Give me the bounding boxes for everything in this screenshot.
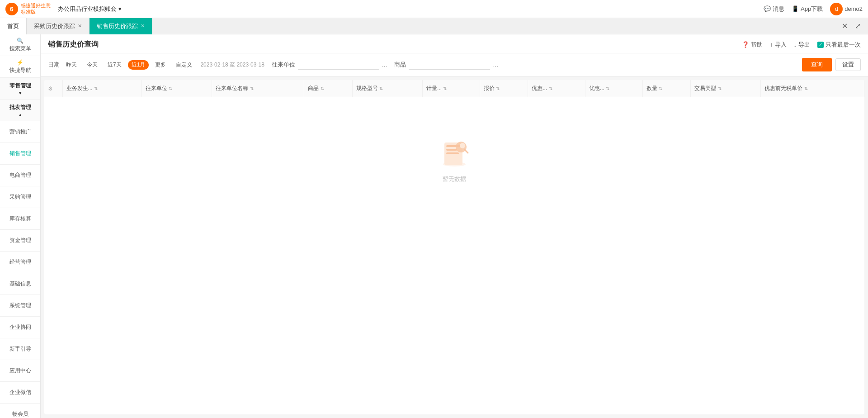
th-partner-name[interactable]: 往来单位名称 ⇅ (212, 80, 304, 97)
sort-icon: ⇅ (606, 86, 609, 91)
sidebar-item-sales-mgmt[interactable]: 销售管理 (0, 143, 40, 165)
main-layout: 🔍 搜索菜单 ⚡ 快捷导航 零售管理 ▾ 批发管理 ▴ 营销推广 销售管理 电商… (0, 34, 868, 418)
sort-icon: ⇅ (443, 86, 447, 91)
sidebar-item-app-center[interactable]: 应用中心 (0, 360, 40, 382)
sort-icon: ⇅ (379, 86, 383, 91)
sidebar-purchase-label: 采购管理 (9, 193, 31, 201)
sidebar-item-basic[interactable]: 基础信息 (0, 273, 40, 295)
sort-icon: ⇅ (659, 86, 662, 91)
partner-dots[interactable]: ... (382, 61, 387, 68)
app-selector[interactable]: 办公用品行业模拟账套 ▾ (54, 3, 125, 15)
help-btn[interactable]: ❓ 帮助 (742, 41, 763, 49)
th-discount1-label: 优惠... (532, 85, 547, 91)
tab-purchase-label: 采购历史价跟踪 (34, 22, 75, 30)
tab-sales[interactable]: 销售历史价跟踪 ✕ (90, 18, 152, 34)
filter-bar: 日期 昨天 今天 近7天 近1月 更多 自定义 2023-02-18 至 202… (41, 53, 868, 76)
date-today-btn[interactable]: 今天 (83, 60, 101, 70)
sidebar-item-ecommerce[interactable]: 电商管理 (0, 165, 40, 186)
th-partner-code[interactable]: 往来单位 ⇅ (142, 80, 212, 97)
table-settings-th[interactable]: ⚙ (44, 80, 62, 97)
download-btn[interactable]: 📱 App下载 (792, 5, 823, 13)
tab-purchase-close[interactable]: ✕ (78, 23, 82, 29)
sidebar-item-wholesale[interactable]: 批发管理 ▴ (0, 100, 40, 121)
date-7days-btn[interactable]: 近7天 (104, 60, 125, 70)
empty-text: 暂无数据 (443, 175, 466, 183)
sidebar-item-search[interactable]: 🔍 搜索菜单 (0, 34, 40, 56)
th-pretax-price[interactable]: 优惠前无税单价 ⇅ (761, 80, 864, 97)
date-yesterday-btn[interactable]: 昨天 (62, 60, 80, 70)
sidebar-item-collab[interactable]: 企业协同 (0, 317, 40, 338)
sidebar-retail-label: 零售管理 (9, 82, 31, 90)
sidebar-item-marketing[interactable]: 营销推广 (0, 121, 40, 143)
import-btn[interactable]: ↑ 导入 (770, 41, 787, 49)
empty-state-cell: 暂无数据 (44, 97, 864, 220)
sidebar-item-finance[interactable]: 资金管理 (0, 230, 40, 252)
settings-btn[interactable]: 设置 (835, 58, 861, 71)
th-date-label: 业务发生... (66, 85, 93, 91)
page-header: 销售历史价查询 ❓ 帮助 ↑ 导入 ↓ 导出 ✓ 只看最后一次 (41, 34, 868, 53)
th-spec[interactable]: 规格型号 ⇅ (352, 80, 422, 97)
date-1month-btn[interactable]: 近1月 (128, 60, 149, 70)
sidebar-item-quick[interactable]: ⚡ 快捷导航 (0, 56, 40, 78)
date-custom-btn[interactable]: 自定义 (172, 60, 196, 70)
export-btn[interactable]: ↓ 导出 (794, 41, 811, 49)
username-label: demo2 (844, 5, 863, 12)
partner-input[interactable] (298, 60, 379, 70)
tab-home[interactable]: 首页 (0, 18, 27, 34)
th-trade-type-label: 交易类型 (694, 85, 716, 91)
th-partner-name-label: 往来单位名称 (216, 85, 248, 91)
page-actions: ❓ 帮助 ↑ 导入 ↓ 导出 ✓ 只看最后一次 (742, 41, 861, 49)
download-label: App下载 (801, 5, 823, 13)
product-filter-group: 商品 ... (394, 60, 498, 70)
user-btn[interactable]: d demo2 (830, 3, 863, 15)
download-icon: 📱 (792, 5, 799, 12)
chevron-down-icon: ▾ (19, 90, 21, 95)
logo-area: 6 畅捷通好生意 标准版 (5, 3, 51, 15)
logo-name: 畅捷通好生意 (21, 3, 51, 9)
product-dots[interactable]: ... (493, 61, 498, 68)
th-qty-label: 数量 (646, 85, 657, 91)
sidebar-item-inventory[interactable]: 库存核算 (0, 208, 40, 230)
product-input[interactable] (409, 60, 490, 70)
th-discount2[interactable]: 优惠... ⇅ (585, 80, 643, 97)
sidebar-item-guide[interactable]: 新手引导 (0, 338, 40, 360)
query-btn[interactable]: 查询 (802, 58, 832, 71)
th-price[interactable]: 报价 ⇅ (480, 80, 528, 97)
sidebar-app-center-label: 应用中心 (9, 367, 31, 375)
th-qty[interactable]: 数量 ⇅ (642, 80, 690, 97)
tab-sales-close[interactable]: ✕ (141, 23, 145, 29)
only-last-checkbox[interactable]: ✓ (817, 42, 824, 48)
logo-icon: 6 (5, 3, 18, 15)
search-icon: 🔍 (17, 38, 24, 44)
sidebar-item-system[interactable]: 系统管理 (0, 295, 40, 317)
sidebar-member-label: 畅会员 (12, 410, 28, 418)
th-date[interactable]: 业务发生... ⇅ (62, 80, 142, 97)
tabbar: 首页 采购历史价跟踪 ✕ 销售历史价跟踪 ✕ ✕ ⤢ (0, 18, 868, 34)
th-unit-label: 计量... (426, 85, 442, 91)
th-trade-type[interactable]: 交易类型 ⇅ (691, 80, 761, 97)
message-btn[interactable]: 💬 消息 (764, 5, 784, 13)
export-label: 导出 (798, 41, 810, 49)
sidebar-item-purchase[interactable]: 采购管理 (0, 186, 40, 208)
only-last-checkbox-label[interactable]: ✓ 只看最后一次 (817, 41, 861, 49)
th-pretax-price-label: 优惠前无税单价 (764, 85, 802, 91)
sidebar-item-wechat[interactable]: 企业微信 (0, 382, 40, 404)
sidebar-collab-label: 企业协同 (9, 323, 31, 331)
tab-purchase[interactable]: 采购历史价跟踪 ✕ (27, 18, 90, 34)
topbar-right: 💬 消息 📱 App下载 d demo2 (764, 3, 863, 15)
sidebar-guide-label: 新手引导 (9, 345, 31, 353)
sidebar-item-retail[interactable]: 零售管理 ▾ (0, 78, 40, 100)
date-more-btn[interactable]: 更多 (151, 60, 170, 70)
th-product[interactable]: 商品 ⇅ (304, 80, 352, 97)
sidebar-wechat-label: 企业微信 (9, 389, 31, 396)
settings-icon[interactable]: ⚙ (48, 86, 53, 92)
page-title: 销售历史价查询 (48, 40, 99, 49)
th-discount1[interactable]: 优惠... ⇅ (528, 80, 585, 97)
close-all-btn[interactable]: ✕ (840, 20, 849, 32)
import-icon: ↑ (770, 41, 773, 48)
expand-btn[interactable]: ⤢ (853, 20, 863, 32)
sidebar-item-operation[interactable]: 经营管理 (0, 252, 40, 273)
th-unit[interactable]: 计量... ⇅ (423, 80, 480, 97)
sidebar-item-member[interactable]: 畅会员 (0, 404, 40, 418)
empty-state: 暂无数据 (44, 97, 864, 219)
